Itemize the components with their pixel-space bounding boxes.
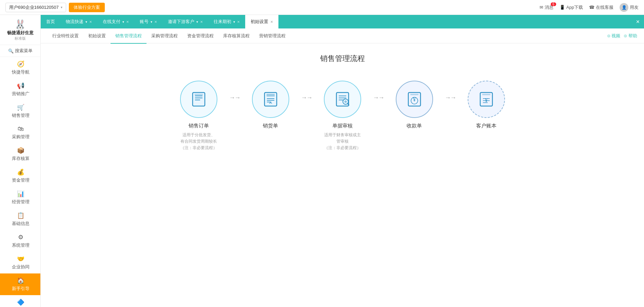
sidebar-item-app-center[interactable]: 🔷 应用中心 bbox=[0, 295, 40, 307]
search-menu-label: 搜索菜单 bbox=[15, 48, 33, 54]
sidebar-item-label: 企业协同 bbox=[12, 264, 30, 270]
app-center-icon: 🔷 bbox=[17, 299, 24, 306]
flow-circle-sales-order bbox=[180, 81, 217, 118]
service-button[interactable]: ☎ 在线客服 bbox=[589, 4, 613, 11]
sidebar-item-sales[interactable]: 🛒 销售管理 bbox=[0, 100, 40, 122]
sub-tab-init[interactable]: 初始设置 bbox=[83, 29, 111, 44]
system-icon: ⚙ bbox=[18, 233, 23, 241]
logo-text: 畅捷通好生意 标准版 bbox=[7, 30, 34, 41]
tab-close-icon[interactable]: ✕ bbox=[89, 20, 92, 24]
sidebar-item-label: 系统管理 bbox=[12, 242, 30, 248]
sub-tab-purchase-flow[interactable]: 采购管理流程 bbox=[147, 29, 182, 44]
app-download-button[interactable]: 📱 App下载 bbox=[560, 4, 583, 11]
tab-home-label: 首页 bbox=[46, 19, 55, 25]
sub-tab-industry[interactable]: 行业特性设置 bbox=[47, 29, 83, 44]
trial-button[interactable]: 体验行业方案 bbox=[69, 3, 105, 12]
flow-item-review: 单据审核 适用于财务审核或主管审核（注：非必要流程） bbox=[312, 81, 373, 151]
message-button[interactable]: ✉ 消息 6 bbox=[540, 4, 553, 11]
flow-arrow-1: →→ bbox=[229, 81, 240, 101]
sub-tab-inventory-flow[interactable]: 库存核算流程 bbox=[218, 29, 254, 44]
tab-init[interactable]: 初始设置 ✕ bbox=[245, 15, 278, 28]
main-layout: 🐰 畅捷通好生意 标准版 🔍 搜索菜单 🧭 快捷导航 📢 营销推广 🛒 销售管理… bbox=[0, 15, 644, 307]
svg-rect-23 bbox=[482, 94, 490, 95]
page-content: 销售管理流程 销售订单 适用于分批发货、有合同 bbox=[41, 43, 644, 307]
sidebar-item-label: 资金管理 bbox=[12, 177, 30, 183]
tab-account-label: 账号 bbox=[140, 19, 149, 25]
tab-home[interactable]: 首页 bbox=[41, 15, 60, 28]
sub-tab-finance-flow[interactable]: 资金管理流程 bbox=[182, 29, 218, 44]
operations-icon: 📊 bbox=[17, 190, 24, 198]
sidebar-item-label: 销售管理 bbox=[12, 112, 30, 119]
tab-period[interactable]: 往来期初 ▾ ✕ bbox=[208, 15, 245, 28]
user-name: 用友 bbox=[630, 4, 639, 11]
tab-invite[interactable]: 邀请下游客户 ▾ ✕ bbox=[162, 15, 208, 28]
tab-payment[interactable]: 在线支付 ▾ ✕ bbox=[97, 15, 134, 28]
sidebar-item-finance[interactable]: 💰 资金管理 bbox=[0, 165, 40, 187]
message-icon: ✉ bbox=[540, 5, 543, 10]
content-area: 首页 物流快递 ▾ ✕ 在线支付 ▾ ✕ 账号 ▾ ✕ 邀请下游客户 ▾ ✕ bbox=[41, 15, 644, 307]
sidebar-item-marketing[interactable]: 📢 营销推广 bbox=[0, 79, 40, 100]
tab-close-icon[interactable]: ✕ bbox=[154, 20, 157, 24]
flow-item-ledger: ¥ 客户账本 bbox=[456, 81, 517, 132]
app-icon: 📱 bbox=[560, 5, 565, 10]
quick-nav-icon: 🧭 bbox=[17, 60, 24, 68]
sidebar-item-purchase[interactable]: 🛍 采购管理 bbox=[0, 122, 40, 143]
flow-label-invoice: 销货单 bbox=[263, 123, 278, 129]
tab-invite-label: 邀请下游客户 bbox=[168, 19, 194, 25]
nav-tabs: 首页 物流快递 ▾ ✕ 在线支付 ▾ ✕ 账号 ▾ ✕ 邀请下游客户 ▾ ✕ bbox=[41, 15, 644, 28]
flow-label-review: 单据审核 bbox=[332, 123, 353, 129]
sidebar-item-label: 基础信息 bbox=[12, 221, 30, 227]
avatar: 👤 bbox=[620, 3, 628, 12]
svg-point-15 bbox=[344, 101, 347, 103]
sidebar-item-quick-nav[interactable]: 🧭 快捷导航 bbox=[0, 57, 40, 79]
tab-close-icon[interactable]: ✕ bbox=[200, 20, 203, 24]
top-bar-left: 用户690企业1660120507 ▾ 体验行业方案 bbox=[5, 3, 105, 12]
nav-close-button[interactable]: ✕ bbox=[632, 15, 644, 28]
user-profile-button[interactable]: 👤 用友 bbox=[620, 3, 639, 12]
sidebar-item-enterprise[interactable]: 🤝 企业协同 bbox=[0, 252, 40, 273]
user-selector[interactable]: 用户690企业1660120507 ▾ bbox=[5, 3, 66, 12]
base-info-icon: 📋 bbox=[17, 212, 24, 219]
tab-close-icon[interactable]: ✕ bbox=[270, 20, 273, 24]
flow-label-sales-order: 销售订单 bbox=[189, 123, 209, 129]
service-icon: ☎ bbox=[589, 5, 594, 10]
flow-item-sales-order: 销售订单 适用于分批发货、有合同发货周期较长（注：非必要流程） bbox=[168, 81, 229, 151]
sidebar-item-label: 营销推广 bbox=[12, 91, 30, 97]
tab-account[interactable]: 账号 ▾ ✕ bbox=[134, 15, 162, 28]
enterprise-icon: 🤝 bbox=[17, 255, 24, 263]
help-link[interactable]: ⊙ 帮助 bbox=[624, 33, 637, 39]
sidebar-item-label: 采购管理 bbox=[12, 134, 30, 140]
sub-tab-sales-flow-label: 销售管理流程 bbox=[115, 33, 142, 39]
flow-label-receipt: 收款单 bbox=[407, 123, 422, 129]
sub-tab-purchase-flow-label: 采购管理流程 bbox=[151, 33, 178, 39]
sidebar-item-operations[interactable]: 📊 经营管理 bbox=[0, 187, 40, 208]
flow-arrow-2: →→ bbox=[301, 81, 312, 101]
page-title: 销售管理流程 bbox=[54, 54, 630, 64]
flow-label-ledger: 客户账本 bbox=[476, 123, 496, 129]
sidebar-item-label: 库存核算 bbox=[12, 156, 30, 162]
tab-period-label: 往来期初 bbox=[214, 19, 231, 25]
svg-rect-4 bbox=[195, 94, 203, 95]
flow-arrow-3: →→ bbox=[373, 81, 384, 101]
sales-icon: 🛒 bbox=[17, 104, 24, 111]
tab-close-icon[interactable]: ✕ bbox=[237, 20, 240, 24]
guide-icon: 🏠 bbox=[17, 277, 24, 284]
sub-tab-sales-flow[interactable]: 销售管理流程 bbox=[111, 29, 147, 44]
sub-tab-marketing-flow[interactable]: 营销管理流程 bbox=[254, 29, 290, 44]
tab-close-icon[interactable]: ✕ bbox=[126, 20, 129, 24]
user-label: 用户690企业1660120507 bbox=[9, 4, 59, 11]
tab-payment-label: 在线支付 bbox=[103, 19, 120, 25]
sidebar-item-system[interactable]: ⚙ 系统管理 bbox=[0, 230, 40, 252]
sidebar-item-guide[interactable]: 🏠 新手引导 bbox=[0, 273, 40, 295]
sub-tab-marketing-flow-label: 营销管理流程 bbox=[259, 33, 286, 39]
flow-circle-invoice bbox=[252, 81, 289, 118]
flow-item-receipt: ¥ 收款单 bbox=[384, 81, 445, 132]
sidebar-item-inventory[interactable]: 📦 库存核算 bbox=[0, 143, 40, 165]
search-menu-button[interactable]: 🔍 搜索菜单 bbox=[0, 45, 40, 57]
video-link[interactable]: ⊙ 视频 bbox=[607, 33, 621, 39]
sub-tab-finance-flow-label: 资金管理流程 bbox=[187, 33, 214, 39]
tab-logistics[interactable]: 物流快递 ▾ ✕ bbox=[60, 15, 97, 28]
service-label: 在线客服 bbox=[596, 4, 613, 11]
flow-circle-receipt: ¥ bbox=[396, 81, 433, 118]
sidebar-item-base-info[interactable]: 📋 基础信息 bbox=[0, 208, 40, 230]
